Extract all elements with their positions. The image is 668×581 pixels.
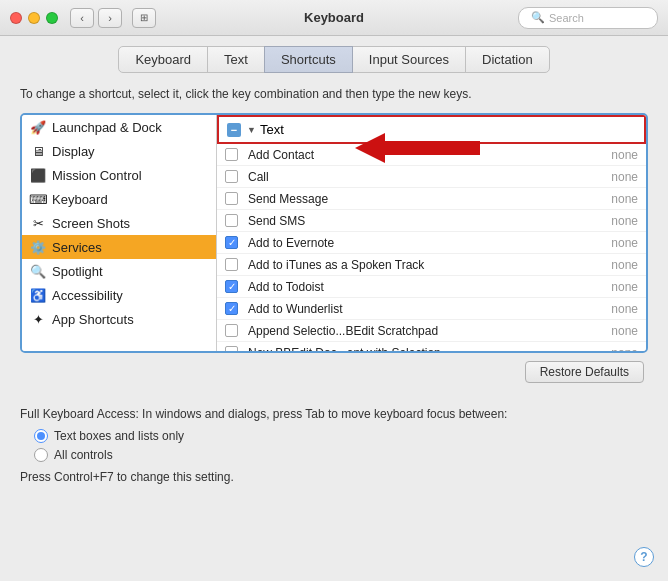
sidebar-item-label: Mission Control — [52, 168, 142, 183]
accessibility-icon: ♿ — [30, 287, 46, 303]
press-hint: Press Control+F7 to change this setting. — [20, 470, 648, 484]
radio-group: Text boxes and lists only All controls — [34, 429, 648, 462]
sidebar-item-app-shortcuts[interactable]: ✦ App Shortcuts — [22, 307, 216, 331]
service-name: Add to Todoist — [248, 280, 603, 294]
restore-defaults-button[interactable]: Restore Defaults — [525, 361, 644, 383]
checkbox-new-bbedit[interactable] — [225, 346, 238, 351]
help-button[interactable]: ? — [634, 547, 654, 567]
service-key: none — [611, 170, 638, 184]
mission-control-icon: ⬛ — [30, 167, 46, 183]
tab-shortcuts[interactable]: Shortcuts — [264, 46, 353, 73]
radio-all-controls-circle — [34, 448, 48, 462]
services-icon: ⚙️ — [30, 239, 46, 255]
service-row: Add Contact none — [217, 144, 646, 166]
grid-button[interactable]: ⊞ — [132, 8, 156, 28]
main-panel: 🚀 Launchpad & Dock 🖥 Display ⬛ Mission C… — [20, 113, 648, 353]
sidebar-item-spotlight[interactable]: 🔍 Spotlight — [22, 259, 216, 283]
tabs-area: Keyboard Text Shortcuts Input Sources Di… — [0, 36, 668, 73]
radio-all-controls[interactable]: All controls — [34, 448, 648, 462]
checkbox-append-bbedit[interactable] — [225, 324, 238, 337]
tab-dictation[interactable]: Dictation — [465, 46, 550, 73]
collapse-button[interactable]: − — [227, 123, 241, 137]
service-name: Add Contact — [248, 148, 603, 162]
screenshots-icon: ✂ — [30, 215, 46, 231]
service-key: none — [611, 324, 638, 338]
service-row: Add to iTunes as a Spoken Track none — [217, 254, 646, 276]
checkbox-call[interactable] — [225, 170, 238, 183]
sidebar-item-label: Launchpad & Dock — [52, 120, 162, 135]
radio-text-boxes-circle — [34, 429, 48, 443]
tab-keyboard[interactable]: Keyboard — [118, 46, 208, 73]
sidebar-item-label: Screen Shots — [52, 216, 130, 231]
radio-text-boxes[interactable]: Text boxes and lists only — [34, 429, 648, 443]
checkbox-add-itunes[interactable] — [225, 258, 238, 271]
content-area: To change a shortcut, select it, click t… — [0, 73, 668, 397]
sidebar-item-launchpad[interactable]: 🚀 Launchpad & Dock — [22, 115, 216, 139]
service-row: Append Selectio...BEdit Scratchpad none — [217, 320, 646, 342]
service-key: none — [611, 280, 638, 294]
service-key: none — [611, 214, 638, 228]
sidebar-item-label: Spotlight — [52, 264, 103, 279]
group-header-text[interactable]: − ▼ Text — [217, 115, 646, 144]
expand-triangle: ▼ — [247, 125, 256, 135]
traffic-lights — [10, 12, 58, 24]
checkbox-add-todoist[interactable]: ✓ — [225, 280, 238, 293]
service-name: Add to Wunderlist — [248, 302, 603, 316]
checkbox-add-contact[interactable] — [225, 148, 238, 161]
service-key: none — [611, 258, 638, 272]
sidebar-item-screenshots[interactable]: ✂ Screen Shots — [22, 211, 216, 235]
window-title: Keyboard — [304, 10, 364, 25]
service-name: Send Message — [248, 192, 603, 206]
tab-text[interactable]: Text — [207, 46, 265, 73]
restore-row: Restore Defaults — [20, 353, 648, 383]
service-row: New BBEdit Doc...ent with Selection none — [217, 342, 646, 351]
maximize-button[interactable] — [46, 12, 58, 24]
sidebar-item-keyboard[interactable]: ⌨ Keyboard — [22, 187, 216, 211]
checkbox-add-evernote[interactable]: ✓ — [225, 236, 238, 249]
nav-buttons: ‹ › — [70, 8, 122, 28]
tab-input-sources[interactable]: Input Sources — [352, 46, 466, 73]
service-name: Send SMS — [248, 214, 603, 228]
service-key: none — [611, 148, 638, 162]
service-row: ✓ Add to Wunderlist none — [217, 298, 646, 320]
service-key: none — [611, 192, 638, 206]
search-placeholder: Search — [549, 12, 584, 24]
sidebar-item-mission-control[interactable]: ⬛ Mission Control — [22, 163, 216, 187]
back-button[interactable]: ‹ — [70, 8, 94, 28]
display-icon: 🖥 — [30, 143, 46, 159]
service-row: Send Message none — [217, 188, 646, 210]
app-shortcuts-icon: ✦ — [30, 311, 46, 327]
service-name: Call — [248, 170, 603, 184]
spotlight-icon: 🔍 — [30, 263, 46, 279]
service-row: ✓ Add to Evernote none — [217, 232, 646, 254]
service-name: New BBEdit Doc...ent with Selection — [248, 346, 603, 352]
forward-button[interactable]: › — [98, 8, 122, 28]
checkbox-send-sms[interactable] — [225, 214, 238, 227]
sidebar-item-display[interactable]: 🖥 Display — [22, 139, 216, 163]
titlebar: ‹ › ⊞ Keyboard 🔍 Search — [0, 0, 668, 36]
checkbox-add-wunderlist[interactable]: ✓ — [225, 302, 238, 315]
service-key: none — [611, 236, 638, 250]
launchpad-icon: 🚀 — [30, 119, 46, 135]
search-bar[interactable]: 🔍 Search — [518, 7, 658, 29]
bottom-section: Full Keyboard Access: In windows and dia… — [0, 397, 668, 484]
service-name: Add to Evernote — [248, 236, 603, 250]
minimize-button[interactable] — [28, 12, 40, 24]
service-row: Call none — [217, 166, 646, 188]
checkbox-send-message[interactable] — [225, 192, 238, 205]
radio-text-boxes-label: Text boxes and lists only — [54, 429, 184, 443]
service-key: none — [611, 302, 638, 316]
instruction-text: To change a shortcut, select it, click t… — [20, 87, 648, 101]
right-panel: − ▼ Text Add Contact none Call none Send… — [217, 115, 646, 351]
sidebar-item-services[interactable]: ⚙️ Services — [22, 235, 216, 259]
sidebar-item-accessibility[interactable]: ♿ Accessibility — [22, 283, 216, 307]
sidebar-item-label: Keyboard — [52, 192, 108, 207]
close-button[interactable] — [10, 12, 22, 24]
service-key: none — [611, 346, 638, 352]
sidebar-item-label: Display — [52, 144, 95, 159]
search-icon: 🔍 — [531, 11, 545, 24]
sidebar-item-label: Accessibility — [52, 288, 123, 303]
service-name: Add to iTunes as a Spoken Track — [248, 258, 603, 272]
sidebar-item-label: Services — [52, 240, 102, 255]
sidebar-item-label: App Shortcuts — [52, 312, 134, 327]
